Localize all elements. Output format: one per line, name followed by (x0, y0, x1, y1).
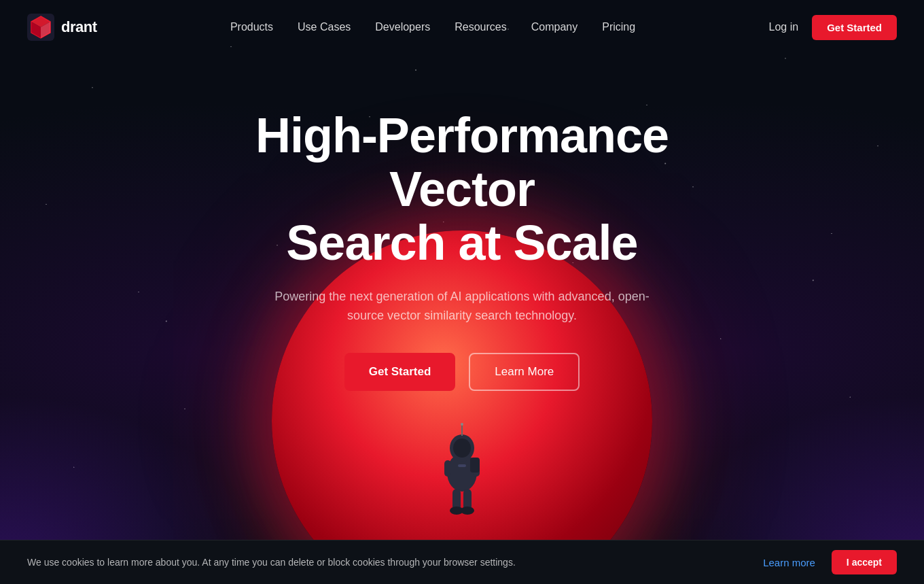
nav-company[interactable]: Company (531, 21, 578, 33)
hero-buttons: Get Started Learn More (344, 353, 580, 391)
cookie-actions: Learn more I accept (763, 550, 897, 574)
nav-links: Products Use Cases Developers Resources … (230, 21, 635, 33)
hero-section: High-Performance Vector Search at Scale … (0, 54, 924, 391)
brand-name: drant (61, 18, 97, 36)
nav-actions: Log in Get Started (769, 15, 897, 40)
nav-use-cases[interactable]: Use Cases (298, 21, 351, 33)
svg-rect-10 (444, 460, 451, 477)
nav-products[interactable]: Products (230, 21, 273, 33)
svg-rect-12 (470, 458, 480, 473)
cookie-message: We use cookies to learn more about you. … (27, 557, 516, 568)
hero-get-started-button[interactable]: Get Started (344, 353, 456, 391)
cookie-banner: We use cookies to learn more about you. … (0, 540, 924, 584)
svg-rect-17 (458, 464, 466, 467)
logo-icon (27, 14, 54, 41)
nav-resources[interactable]: Resources (455, 21, 506, 33)
hero-subtitle: Powering the next generation of AI appli… (272, 287, 652, 326)
astronaut-illustration (435, 418, 489, 530)
nav-pricing[interactable]: Pricing (602, 21, 635, 33)
nav-developers[interactable]: Developers (375, 21, 430, 33)
hero-title: High-Performance Vector Search at Scale (190, 109, 734, 271)
cookie-learn-more-link[interactable]: Learn more (763, 557, 815, 568)
cookie-accept-button[interactable]: I accept (832, 550, 897, 574)
svg-point-16 (461, 506, 474, 515)
hero-learn-more-button[interactable]: Learn More (469, 353, 580, 391)
svg-point-7 (453, 439, 471, 458)
login-button[interactable]: Log in (769, 21, 799, 33)
get-started-nav-button[interactable]: Get Started (812, 15, 897, 40)
logo-link[interactable]: drant (27, 14, 97, 41)
navbar: drant Products Use Cases Developers Reso… (0, 0, 924, 54)
svg-point-9 (461, 423, 463, 426)
